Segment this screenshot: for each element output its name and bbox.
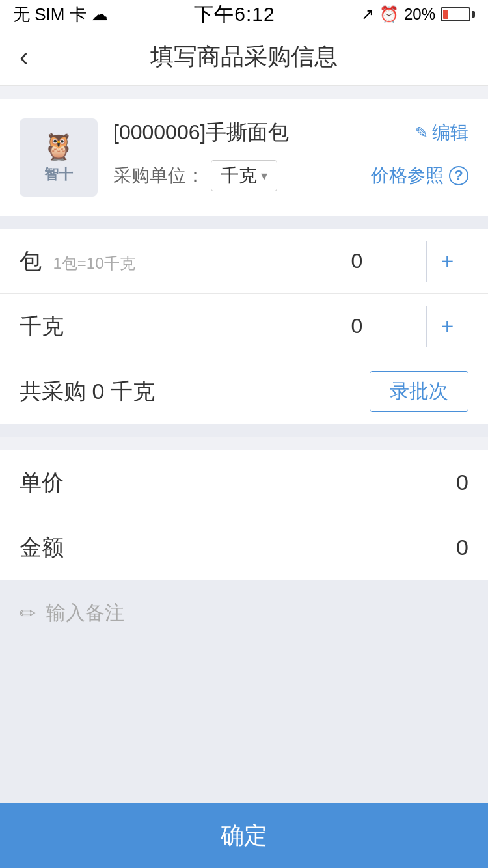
record-batch-button[interactable]: 录批次 [370, 371, 468, 412]
unit-value: 千克 [221, 163, 257, 188]
kg-plus-button[interactable]: + [427, 306, 468, 347]
section-divider-1 [0, 216, 488, 229]
edit-icon: ✎ [415, 124, 428, 142]
unit-price-label: 单价 [20, 468, 64, 498]
product-info: [0000006]手撕面包 ✎ 编辑 采购单位： 千克 ▾ 价格参照 ? [113, 118, 468, 191]
nav-bar: ‹ 填写商品采购信息 [0, 29, 488, 86]
bao-plus-button[interactable]: + [427, 241, 468, 282]
product-image: 🦉 智十 [20, 118, 98, 197]
notes-placeholder: 输入备注 [46, 600, 124, 627]
bao-input-row: 包 1包=10千克 + [0, 229, 488, 294]
product-name: [0000006]手撕面包 [113, 118, 289, 147]
brand-text: 智十 [44, 165, 73, 184]
bao-quantity-input[interactable] [297, 241, 427, 282]
product-card: 🦉 智十 [0000006]手撕面包 ✎ 编辑 采购单位： 千克 ▾ [0, 99, 488, 216]
back-button[interactable]: ‹ [13, 36, 34, 78]
purchase-unit-row: 采购单位： 千克 ▾ 价格参照 ? [113, 160, 468, 191]
kg-label: 千克 [20, 312, 297, 342]
owl-icon: 🦉 [42, 131, 75, 162]
price-ref-icon: ? [449, 166, 468, 185]
amount-row: 金额 0 [0, 515, 488, 580]
price-ref-label: 价格参照 [371, 163, 444, 188]
unit-dropdown[interactable]: 千克 ▾ [211, 160, 277, 191]
alarm-icon: ⏰ [379, 5, 399, 23]
kg-quantity-input[interactable] [297, 306, 427, 347]
price-reference-button[interactable]: 价格参照 ? [371, 163, 468, 188]
sim-status: 无 SIM 卡 ☁ [13, 3, 108, 26]
bao-sublabel: 1包=10千克 [53, 254, 135, 272]
kg-input-row: 千克 + [0, 294, 488, 359]
page-title: 填写商品采购信息 [150, 41, 338, 73]
summary-row: 共采购 0 千克 录批次 [0, 359, 488, 424]
bao-input-control: + [297, 241, 468, 282]
dropdown-arrow-icon: ▾ [261, 168, 267, 183]
kg-input-control: + [297, 306, 468, 347]
edit-button[interactable]: ✎ 编辑 [415, 120, 468, 145]
amount-value: 0 [456, 535, 468, 560]
price-section: 单价 0 金额 0 [0, 450, 488, 580]
input-section: 包 1包=10千克 + 千克 + 共采购 0 千克 录批次 [0, 229, 488, 424]
status-left: 无 SIM 卡 ☁ [13, 3, 108, 26]
bao-label-text: 包 [20, 249, 42, 273]
unit-price-row: 单价 0 [0, 450, 488, 515]
amount-label: 金额 [20, 533, 64, 563]
location-icon: ↗ [361, 5, 374, 23]
total-purchase-text: 共采购 0 千克 [20, 377, 155, 407]
status-time: 下午6:12 [194, 1, 275, 28]
battery-icon [441, 7, 475, 21]
status-right: ↗ ⏰ 20% [361, 5, 475, 23]
brand-logo: 🦉 智十 [42, 131, 75, 184]
unit-price-value: 0 [456, 470, 468, 495]
confirm-button[interactable]: 确定 [0, 803, 488, 868]
confirm-label: 确定 [221, 820, 267, 852]
section-divider-2 [0, 424, 488, 437]
bao-label: 包 1包=10千克 [20, 247, 297, 277]
notes-section[interactable]: ✏ 输入备注 [0, 580, 488, 646]
battery-percent: 20% [404, 5, 435, 23]
product-name-row: [0000006]手撕面包 ✎ 编辑 [113, 118, 468, 147]
purchase-unit-label: 采购单位： [113, 163, 204, 188]
edit-label: 编辑 [432, 120, 468, 145]
pencil-icon: ✏ [20, 602, 36, 625]
status-bar: 无 SIM 卡 ☁ 下午6:12 ↗ ⏰ 20% [0, 0, 488, 29]
